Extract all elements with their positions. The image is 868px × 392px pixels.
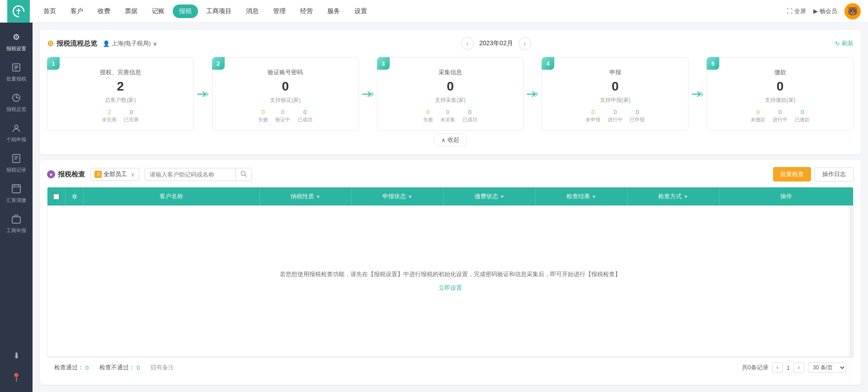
step-2-count: 0 <box>282 79 289 94</box>
setup-link[interactable]: 立即设置 <box>439 284 462 292</box>
tax-check-table: 客户名称 纳税性质 ▼ 申报状态 ▼ 缴费状态 ▼ 检查 <box>47 187 854 357</box>
nav-fee[interactable]: 收费 <box>91 5 117 18</box>
svg-point-17 <box>73 196 75 198</box>
chevron-up-icon: ∧ <box>441 137 446 143</box>
process-card-header: ⊕ 报税流程总览 👤 上海(电子税局) ∨ ‹ 2023年02月 › ↻ 刷新 <box>47 37 854 50</box>
svg-line-16 <box>245 175 247 177</box>
sidebar-item-business-annual[interactable]: 工商年报 <box>0 208 33 239</box>
prev-month-button[interactable]: ‹ <box>461 37 474 50</box>
step-4-desc: 支持申报(家) <box>600 96 631 104</box>
step-5-stat-1: 0 进行中 <box>773 109 788 123</box>
sidebar-item-batch-tax[interactable]: 批量报税 <box>0 57 33 87</box>
step-1-desc: 总客户数(家) <box>105 96 136 104</box>
nav-right-area: ⛶ 全屏 ▶ 畅会员 🐻 <box>787 3 861 19</box>
arrow-4-5 <box>689 57 707 131</box>
nav-business[interactable]: 工商项目 <box>200 5 238 18</box>
th-check-method: 检查方式 ▼ <box>627 187 719 206</box>
step-3-collect: 3 采集信息 0 支持采集(家) 0 失败 0 未采集 <box>377 57 524 131</box>
svg-rect-14 <box>12 217 20 223</box>
top-navigation: 首页 客户 收费 票据 记账 报税 工商项目 消息 管理 经营 服务 设置 ⛶ … <box>0 0 868 23</box>
tax-check-card: ● 报税检查 员 全部员工 ∨ <box>40 160 861 385</box>
step-3-stat-2: 0 已成功 <box>462 109 477 123</box>
th-gear[interactable] <box>66 187 84 206</box>
fail-count-link[interactable]: 0 <box>137 364 140 371</box>
nav-operation[interactable]: 经营 <box>294 5 319 18</box>
main-layout: ⚙ 报税设置 批量报税 报税总览 <box>0 23 868 392</box>
step-2-stat-2: 0 已成功 <box>297 109 312 123</box>
select-all-checkbox[interactable] <box>53 194 59 200</box>
dropdown-arrow-icon: ∨ <box>131 171 135 178</box>
sidebar-item-personal-tax[interactable]: 个税申报 <box>0 117 33 148</box>
collapse-button[interactable]: ∧ 收起 <box>434 134 467 146</box>
refresh-button[interactable]: ↻ 刷新 <box>835 39 854 48</box>
declare-filter-icon[interactable]: ▼ <box>408 194 412 199</box>
nav-menu: 首页 客户 收费 票据 记账 报税 工商项目 消息 管理 经营 服务 设置 <box>37 5 787 18</box>
step-2-stat-0: 0 失败 <box>258 109 268 123</box>
method-filter-icon[interactable]: ▼ <box>684 194 688 199</box>
current-month: 2023年02月 <box>479 39 513 48</box>
business-annual-icon <box>10 213 23 225</box>
result-filter-icon[interactable]: ▼ <box>592 194 596 199</box>
nav-message[interactable]: 消息 <box>240 5 265 18</box>
batch-check-button[interactable]: 批量检查 <box>773 167 811 182</box>
download-icon: ⬇ <box>10 349 23 362</box>
employee-icon: 员 <box>94 171 102 178</box>
collapse-row: ∧ 收起 <box>47 131 854 147</box>
nav-service[interactable]: 服务 <box>321 5 346 18</box>
th-checkbox[interactable] <box>47 187 66 206</box>
page-size-select[interactable]: 30 条/页 50 条/页 100 条/页 <box>808 363 846 373</box>
step-1-stat-0: 2 未完善 <box>102 109 117 123</box>
sidebar-item-download[interactable]: ⬇ <box>0 345 33 367</box>
next-month-button[interactable]: › <box>519 37 531 50</box>
operation-log-button[interactable]: 操作日志 <box>815 167 854 182</box>
nav-client[interactable]: 客户 <box>64 5 90 18</box>
step-2-stat-1: 0 验证中 <box>275 109 290 123</box>
steps-row: 1 授权、完善信息 2 总客户数(家) 2 未完善 0 已完善 <box>47 57 854 131</box>
next-page-button[interactable]: › <box>793 362 804 373</box>
nav-invoice[interactable]: 票据 <box>118 5 144 18</box>
svg-rect-10 <box>12 185 20 193</box>
step-1-count: 2 <box>117 79 124 94</box>
sidebar-item-annual-tax[interactable]: 汇算清缴 <box>0 178 33 208</box>
mascot-avatar[interactable]: 🐻 <box>844 3 861 19</box>
step-1-stats: 2 未完善 0 已完善 <box>102 109 139 123</box>
first-page-button[interactable]: ‹ <box>772 362 783 373</box>
step-4-stat-0: 0 未申报 <box>585 109 600 123</box>
refresh-icon: ↻ <box>835 40 840 47</box>
sidebar-item-tax-record[interactable]: 报税记录 <box>0 148 33 178</box>
vip-button[interactable]: ▶ 畅会员 <box>813 7 837 15</box>
nav-bookkeeping[interactable]: 记账 <box>146 5 171 18</box>
step-1-number: 1 <box>47 57 60 70</box>
step-3-stat-1: 0 未采集 <box>440 109 455 123</box>
fullscreen-button[interactable]: ⛶ 全屏 <box>787 7 806 15</box>
chevron-down-icon: ∨ <box>153 40 157 47</box>
month-navigation: ‹ 2023年02月 › <box>461 37 531 50</box>
nav-tax[interactable]: 报税 <box>173 5 198 18</box>
location-badge[interactable]: 👤 上海(电子税局) ∨ <box>103 39 157 48</box>
process-title: ⊕ 报税流程总览 <box>47 38 97 48</box>
employee-select-dropdown[interactable]: 员 全部员工 ∨ <box>90 168 139 181</box>
tax-settings-icon: ⚙ <box>10 31 23 43</box>
table-scrollbar[interactable] <box>849 206 853 357</box>
pay-filter-icon[interactable]: ▼ <box>500 194 505 199</box>
svg-rect-6 <box>13 154 20 163</box>
search-input[interactable] <box>145 169 236 180</box>
sidebar-item-tax-settings[interactable]: ⚙ 报税设置 <box>0 26 33 57</box>
footer-note: 囧有备注 <box>151 363 174 372</box>
search-button[interactable] <box>236 168 251 181</box>
step-5-title: 缴款 <box>774 68 786 76</box>
nav-settings[interactable]: 设置 <box>348 5 373 18</box>
check-header: ● 报税检查 员 全部员工 ∨ <box>47 167 854 182</box>
pass-stat: 检查通过： 0 <box>54 363 89 372</box>
step-4-title: 申报 <box>609 68 621 76</box>
tax-filter-icon[interactable]: ▼ <box>316 194 321 199</box>
step-4-number: 4 <box>542 57 554 70</box>
sidebar-item-tax-overview[interactable]: 报税总览 <box>0 87 33 117</box>
step-3-stat-0: 0 失败 <box>423 109 433 123</box>
pass-count-link[interactable]: 0 <box>85 364 89 371</box>
arrow-1-2 <box>194 57 212 131</box>
th-declare-status: 申报状态 ▼ <box>352 187 443 206</box>
nav-manage[interactable]: 管理 <box>267 5 292 18</box>
sidebar-item-location[interactable]: 📍 <box>0 367 33 388</box>
nav-home[interactable]: 首页 <box>37 5 62 18</box>
